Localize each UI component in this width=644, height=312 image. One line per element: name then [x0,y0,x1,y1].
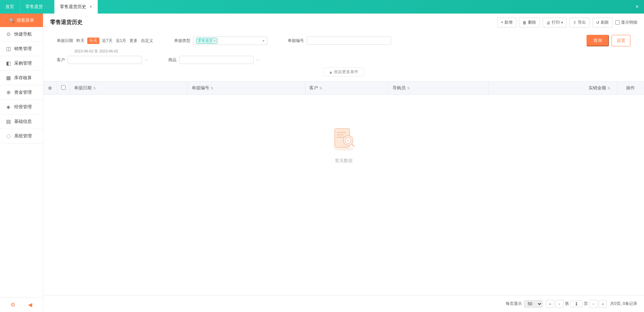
collapse-button[interactable]: ▲ 收起更多条件 [323,67,364,76]
window-close-button[interactable]: × [630,0,644,14]
display-detail-checkbox[interactable]: 显示明细 [615,20,637,25]
operations-icon: ◈ [5,104,11,110]
sidebar-search[interactable]: 🔍 搜索菜单 [0,14,43,27]
sidebar-item-quick-nav[interactable]: ⊙ 快捷导航 [0,27,43,42]
customer-dots-button[interactable]: ··· [145,58,148,62]
svg-point-0 [334,147,354,151]
search-icon: 🔍 [9,18,15,23]
sales-icon: ◫ [5,46,11,52]
table-body: 暂无数据 [43,95,644,191]
refresh-button[interactable]: ↺ 刷新 [592,18,613,27]
display-detail-check[interactable] [615,20,620,25]
sidebar-gear-button[interactable]: ⚙ [8,300,18,310]
quick-nav-icon: ⊙ [5,31,11,37]
customer-label: 客户 [57,57,65,63]
date-more[interactable]: 更多 [129,38,138,44]
sidebar-item-sales[interactable]: ◫ 销售管理 [0,42,43,56]
toolbar: + 新增 🗑 删除 🖨 打印 ▾ ⇧ 导出 [497,18,637,27]
sidebar-collapse-button[interactable]: ◀ [25,300,35,310]
tab-retail-return-close[interactable]: × [46,4,49,9]
data-table: ⚙ 单据日期 ⇅ 单据编号 [43,82,644,191]
sidebar-item-system[interactable]: ◌ 系统管理 [0,129,43,143]
th-guide[interactable]: 导购员 ⇅ [388,82,488,95]
date-filter-label: 单据日期 [57,38,73,44]
content-area: 零售退货历史 + 新增 🗑 删除 🖨 打印 ▾ ⇧ [43,14,644,312]
customer-input[interactable] [68,56,142,64]
sidebar-item-system-label: 系统管理 [14,133,32,139]
tab-retail-return[interactable]: 零售退货 × [20,0,54,14]
svg-rect-2 [337,132,346,133]
per-page-label: 每页显示 [506,301,522,307]
export-icon: ⇧ [573,20,576,25]
doc-number-input[interactable] [307,37,391,45]
sidebar-item-operations[interactable]: ◈ 经营管理 [0,100,43,114]
th-doc-no[interactable]: 单据编号 ⇅ [187,82,305,95]
table-container: ⚙ 单据日期 ⇅ 单据编号 [43,82,644,295]
date-filter: 单据日期 昨天 今天 近7天 近1月 更多 自定义 [57,38,154,44]
sidebar-item-finance[interactable]: ⊕ 资金管理 [0,85,43,100]
finance-icon: ⊕ [5,89,11,95]
sort-date-icon: ⇅ [93,86,96,90]
export-button[interactable]: ⇧ 导出 [569,18,590,27]
page-prev-button[interactable]: ‹ [555,300,564,308]
top-bar: 首页 零售退货 × 零售退货历史 × × [0,0,644,14]
date-1month[interactable]: 近1月 [115,38,127,44]
doc-type-tag: 零售退货 × [196,38,217,44]
svg-point-8 [347,139,350,142]
select-all-checkbox[interactable] [61,85,66,90]
goods-dots-button[interactable]: ··· [256,58,260,62]
page-number-input[interactable] [570,300,582,307]
query-button[interactable]: 查询 [587,35,609,46]
pagination-nav: « ‹ 第 页 › » [546,300,607,308]
th-customer[interactable]: 客户 ⇅ [305,82,388,95]
doc-type-dropdown-icon: ▾ [263,39,264,43]
th-date[interactable]: 单据日期 ⇅ [70,82,187,95]
goods-input[interactable] [179,56,254,64]
sort-customer-icon: ⇅ [319,86,322,90]
th-amount[interactable]: 实销金额 ⇅ [489,82,617,95]
date-yesterday[interactable]: 昨天 [76,38,85,44]
print-button[interactable]: 🖨 打印 ▾ [543,18,567,27]
th-gear[interactable]: ⚙ [43,82,57,95]
new-button[interactable]: + 新增 [497,18,516,27]
date-7days[interactable]: 近7天 [101,38,113,44]
display-detail-label: 显示明细 [621,20,637,25]
th-check[interactable] [57,82,70,95]
sidebar-item-basic-info-label: 基础信息 [14,118,32,125]
purchase-icon: ◧ [5,60,11,66]
collapse-icon: ▲ [329,70,333,74]
sort-amount-icon: ⇅ [607,86,610,90]
sidebar-item-purchase[interactable]: ◧ 采购管理 [0,56,43,71]
page-next-button[interactable]: › [589,300,597,308]
customer-filter: 客户 ··· [57,56,148,64]
tab-home[interactable]: 首页 [0,0,20,14]
page-unit: 页 [584,301,588,307]
sidebar-nav: ⊙ 快捷导航 ◫ 销售管理 ◧ 采购管理 ▦ 库存核算 ⊕ 资金管理 ◈ 经营管… [0,27,43,297]
doc-type-tag-remove[interactable]: × [213,39,215,43]
doc-number-filter: 单据编号 [288,37,391,45]
delete-button[interactable]: 🗑 删除 [519,18,540,27]
page-label: 第 [565,301,569,307]
sort-docno-icon: ⇅ [211,86,213,90]
print-dropdown-icon: ▾ [561,21,563,24]
date-today[interactable]: 今天 [87,38,99,44]
sidebar-bottom: ⚙ ◀ [0,297,43,312]
page-first-button[interactable]: « [546,300,554,308]
doc-type-select[interactable]: 零售退货 × ▾ [193,37,267,45]
svg-rect-4 [337,137,345,138]
sidebar-item-operations-label: 经营管理 [14,104,32,110]
sidebar-item-inventory[interactable]: ▦ 库存核算 [0,71,43,85]
settings-button[interactable]: 设置 [612,35,630,46]
size-select[interactable]: 50 100 200 [524,300,543,308]
svg-rect-3 [337,134,343,135]
page-total: 共0页, 0条记录 [610,301,637,307]
page-size-selector: 每页显示 50 100 200 [506,300,543,308]
tab-retail-return-history[interactable]: 零售退货历史 × [54,0,98,14]
date-custom[interactable]: 自定义 [140,38,154,44]
page-last-button[interactable]: » [599,300,607,308]
tab-retail-return-history-label: 零售退货历史 [60,4,86,10]
tab-retail-return-history-close[interactable]: × [90,4,92,9]
table-header-row: ⚙ 单据日期 ⇅ 单据编号 [43,82,644,95]
inventory-icon: ▦ [5,75,11,81]
sidebar-item-basic-info[interactable]: ▤ 基础信息 [0,114,43,129]
